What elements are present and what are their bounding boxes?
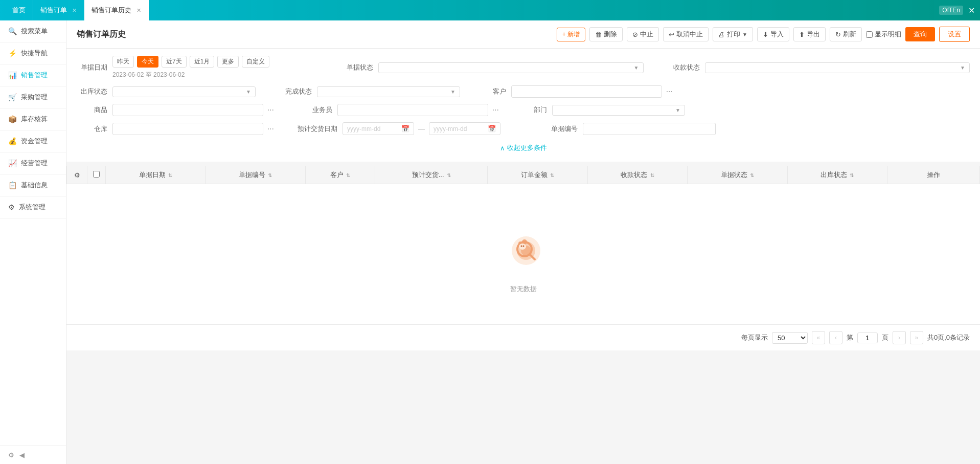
sidebar-item-system[interactable]: ⚙ 系统管理 [0,196,66,218]
import-icon: ⬇ [763,31,768,38]
last-page-button[interactable]: » [910,331,923,344]
print-icon: 🖨 [718,31,725,38]
add-button[interactable]: + 新增 [557,28,585,41]
quick-nav-icon: ⚡ [8,49,17,57]
sidebar-item-purchase[interactable]: 🛒 采购管理 [0,86,66,108]
display-detail-input[interactable] [866,31,873,38]
th-order-status-sort-icon: ⇅ [750,172,754,178]
tab-sales-order-history-close[interactable]: ✕ [136,7,141,14]
page-size-select[interactable]: 50 10 20 100 [772,332,808,344]
tab-sales-order[interactable]: 销售订单 ✕ [33,0,84,20]
sidebar-item-purchase-label: 采购管理 [21,93,48,102]
sidebar-collapse-icon[interactable]: ◀ [19,451,25,459]
sidebar-item-sales[interactable]: 📊 销售管理 [0,64,66,86]
date-btn-yesterday[interactable]: 昨天 [112,56,134,68]
date-btn-1month[interactable]: 近1月 [190,56,215,68]
date-label: 单据日期 [77,63,112,72]
th-number-sort-icon: ⇅ [268,172,272,178]
sidebar-item-inventory[interactable]: 📦 库存核算 [0,108,66,130]
refresh-button[interactable]: ↻ 刷新 [830,27,862,41]
th-receipt-status[interactable]: 收款状态 ⇅ [587,166,687,184]
salesperson-input[interactable] [337,104,488,116]
warehouse-status-select[interactable]: ▼ [112,86,256,97]
warehouse-input[interactable] [112,123,263,135]
page-title: 销售订单历史 [77,29,126,40]
query-button[interactable]: 查询 [905,27,935,41]
th-date-label: 单据日期 [139,171,166,179]
calendar-to-icon[interactable]: 📅 [488,125,496,132]
date-group: 昨天 今天 近7天 近1月 更多 自定义 [112,56,317,68]
print-button[interactable]: 🖨 打印 ▼ [713,27,753,41]
salesperson-more-icon[interactable]: ··· [490,105,501,115]
th-number-label: 单据编号 [239,171,265,179]
th-checkbox[interactable] [87,166,106,184]
date-btn-more[interactable]: 更多 [217,56,239,68]
th-expected-date[interactable]: 预计交货... ⇅ [375,166,488,184]
page-label-pre: 第 [847,333,853,342]
th-amount[interactable]: 订单金额 ⇅ [488,166,587,184]
order-number-input[interactable] [583,123,716,135]
sidebar-item-search-menu[interactable]: 🔍 搜索菜单 [0,20,66,42]
tab-sales-order-history[interactable]: 销售订单历史 ✕ [84,0,149,20]
close-window-icon[interactable]: ✕ [968,6,975,15]
stop-button[interactable]: ⊘ 中止 [627,27,659,41]
delete-label: 删除 [604,30,617,39]
next-page-button[interactable]: › [893,331,906,344]
th-receipt-status-sort-icon: ⇅ [650,172,654,178]
product-more-icon[interactable]: ··· [265,105,276,115]
date-btn-7days[interactable]: 近7天 [162,56,187,68]
settings-icon[interactable]: ⚙ [74,171,80,179]
cancel-stop-label: 取消中止 [676,30,703,39]
tab-sales-order-close[interactable]: ✕ [72,7,77,14]
th-order-status[interactable]: 单据状态 ⇅ [688,166,787,184]
product-input[interactable] [112,104,263,116]
expected-date-from[interactable]: yyyy-mm-dd 📅 [343,122,414,135]
completion-status-select[interactable]: ▼ [317,86,460,97]
status-select[interactable]: ▼ [378,62,644,73]
sidebar-bottom: ⚙ ◀ [0,446,66,464]
sidebar-item-capital[interactable]: 💰 资金管理 [0,130,66,152]
delete-button[interactable]: 🗑 删除 [589,27,623,41]
import-button[interactable]: ⬇ 导入 [757,27,789,41]
print-label: 打印 [727,30,740,39]
cancel-stop-button[interactable]: ↩ 取消中止 [663,27,709,41]
sidebar-item-operations[interactable]: 📈 经营管理 [0,152,66,174]
expected-date-to[interactable]: yyyy-mm-dd 📅 [429,122,500,135]
empty-cell: 暂无数据 [67,184,980,325]
th-customer[interactable]: 客户 ⇅ [305,166,375,184]
system-icon: ⚙ [8,203,15,211]
pagination-bar: 每页显示 50 10 20 100 « ‹ 第 页 › » 共0页,0条记录 [66,324,980,350]
prev-page-button[interactable]: ‹ [829,331,842,344]
sidebar-item-sales-label: 销售管理 [21,71,48,80]
select-all-checkbox[interactable] [93,171,100,178]
settings-button[interactable]: 设置 [939,27,970,42]
page-input[interactable] [857,333,878,343]
first-page-button[interactable]: « [812,331,825,344]
tab-home[interactable]: 首页 [5,0,33,20]
customer-more-icon[interactable]: ··· [664,87,675,96]
customer-input[interactable] [511,85,662,98]
toolbar: + 新增 🗑 删除 ⊘ 中止 ↩ 取消中止 🖨 打印 ▼ [557,27,970,42]
receipt-status-select[interactable]: ▼ [705,62,970,73]
export-button[interactable]: ⬆ 导出 [793,27,826,41]
display-detail-checkbox[interactable]: 显示明细 [866,30,901,39]
sidebar-item-basic-info[interactable]: 📋 基础信息 [0,174,66,196]
date-btn-today[interactable]: 今天 [137,56,158,68]
th-date[interactable]: 单据日期 ⇅ [106,166,206,184]
date-btn-custom[interactable]: 自定义 [242,56,269,68]
warehouse-more-icon[interactable]: ··· [265,124,276,134]
collapse-bar[interactable]: ∧ 收起更多条件 [77,141,970,154]
calendar-from-icon[interactable]: 📅 [401,125,409,132]
th-settings[interactable]: ⚙ [67,166,87,184]
export-label: 导出 [807,30,820,39]
sidebar-settings-icon[interactable]: ⚙ [8,451,14,459]
svg-point-9 [522,246,524,247]
th-amount-label: 订单金额 [521,171,548,179]
sidebar-item-quick-nav-label: 快捷导航 [21,49,48,58]
empty-row: 暂无数据 [67,184,980,325]
department-select[interactable]: ▼ [552,105,685,116]
th-number[interactable]: 单据编号 ⇅ [206,166,305,184]
svg-point-7 [519,244,526,250]
th-warehouse-status[interactable]: 出库状态 ⇅ [787,166,887,184]
sidebar-item-quick-nav[interactable]: ⚡ 快捷导航 [0,42,66,64]
